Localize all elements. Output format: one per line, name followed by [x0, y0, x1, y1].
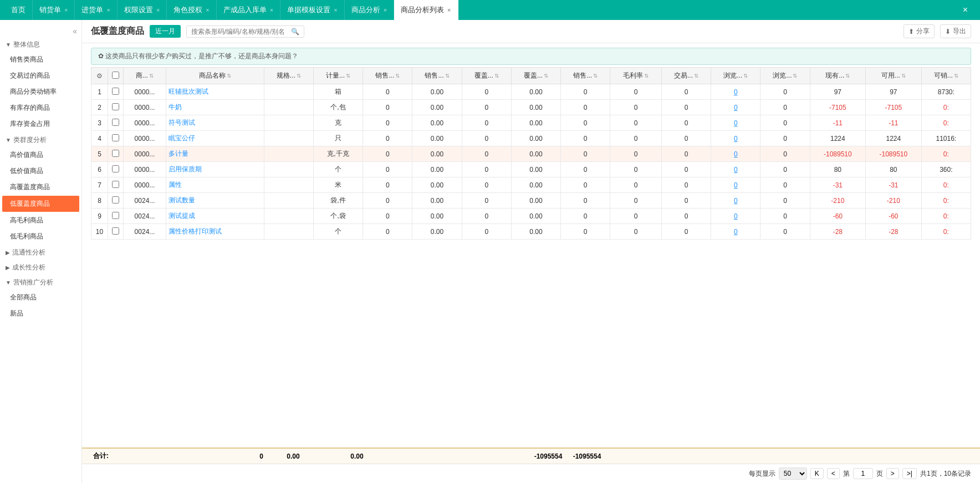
row-name[interactable]: 测试提成 [166, 209, 264, 224]
page-number-input[interactable] [853, 468, 873, 479]
nav-product-analysis[interactable]: 商品分析 × [345, 0, 394, 20]
sidebar-section-cluster[interactable]: ▼ 类群度分析 [0, 132, 81, 147]
row-name[interactable]: 牛奶 [166, 100, 264, 115]
nav-home[interactable]: 首页 [4, 0, 33, 20]
select-all-checkbox[interactable] [112, 72, 119, 79]
col-cover1-header[interactable]: 覆盖...⇅ [462, 68, 511, 84]
row-checkbox-cell[interactable] [108, 177, 124, 193]
row-browse1[interactable]: 0 [711, 100, 760, 115]
col-checkbox[interactable] [108, 68, 124, 84]
sidebar-item-high-coverage[interactable]: 高覆盖度商品 [0, 179, 81, 195]
nav-close-icon[interactable]: × [270, 7, 273, 13]
row-checkbox[interactable] [112, 119, 119, 126]
row-browse1[interactable]: 0 [711, 209, 760, 224]
row-browse1[interactable]: 0 [711, 177, 760, 193]
sidebar-item-high-margin[interactable]: 高毛利商品 [0, 212, 81, 228]
row-browse1[interactable]: 0 [711, 162, 760, 177]
last-page-button[interactable]: >| [902, 468, 917, 479]
sidebar-item-new-products[interactable]: 新品 [0, 306, 81, 322]
row-name[interactable]: 启用保质期 [166, 162, 264, 177]
col-sales-amt-header[interactable]: 销售...⇅ [412, 68, 462, 84]
col-name-header[interactable]: 商品名称⇅ [166, 68, 264, 84]
sidebar-collapse-button[interactable]: « [73, 27, 77, 35]
row-checkbox[interactable] [112, 103, 119, 110]
window-close-button[interactable]: × [955, 5, 976, 15]
row-browse1[interactable]: 0 [711, 115, 760, 131]
col-settings[interactable]: ⚙ [91, 68, 108, 84]
row-checkbox[interactable] [112, 165, 119, 172]
nav-close-icon[interactable]: × [334, 7, 337, 13]
sidebar-item-low-margin[interactable]: 低毛利商品 [0, 228, 81, 245]
col-sales-qty-header[interactable]: 销售...⇅ [363, 68, 412, 84]
col-cover2-header[interactable]: 覆盖...⇅ [511, 68, 560, 84]
row-checkbox[interactable] [112, 212, 119, 219]
nav-purchase-order[interactable]: 进货单 × [75, 0, 117, 20]
row-checkbox-cell[interactable] [108, 162, 124, 177]
col-browse2-header[interactable]: 浏览...⇅ [760, 68, 810, 84]
nav-product-analysis-list[interactable]: 商品分析列表 × [394, 0, 458, 20]
row-checkbox[interactable] [112, 88, 119, 95]
nav-template-setting[interactable]: 单据模板设置 × [280, 0, 344, 20]
row-checkbox[interactable] [112, 181, 119, 188]
sidebar-section-growth[interactable]: ▶ 成长性分析 [0, 260, 81, 274]
nav-close-icon[interactable]: × [206, 7, 209, 13]
nav-product-inbound[interactable]: 产成品入库单 × [217, 0, 280, 20]
nav-close-icon[interactable]: × [384, 7, 387, 13]
row-checkbox-cell[interactable] [108, 146, 124, 162]
sidebar-item-all-products[interactable]: 全部商品 [0, 289, 81, 306]
col-code-header[interactable]: 商...⇅ [124, 68, 166, 84]
row-checkbox-cell[interactable] [108, 131, 124, 146]
prev-page-button[interactable]: < [827, 468, 840, 479]
sidebar-item-traded-products[interactable]: 交易过的商品 [0, 68, 81, 84]
row-browse1[interactable]: 0 [711, 131, 760, 146]
sidebar-section-general[interactable]: ▼ 整体信息 [0, 37, 81, 52]
col-gross-margin-header[interactable]: 毛利率⇅ [610, 68, 662, 84]
row-checkbox-cell[interactable] [108, 193, 124, 209]
nav-permission-setting[interactable]: 权限设置 × [118, 0, 167, 20]
sidebar-item-stock-products[interactable]: 有库存的商品 [0, 100, 81, 116]
col-current-stock-header[interactable]: 现有...⇅ [810, 68, 866, 84]
row-checkbox[interactable] [112, 227, 119, 235]
row-name[interactable]: 符号测试 [166, 115, 264, 131]
row-checkbox-cell[interactable] [108, 209, 124, 224]
row-checkbox[interactable] [112, 150, 119, 157]
col-saleable-header[interactable]: 可销...⇅ [921, 68, 971, 84]
row-checkbox[interactable] [112, 134, 119, 141]
sidebar-item-sales-products[interactable]: 销售类商品 [0, 52, 81, 68]
row-name[interactable]: 属性 [166, 177, 264, 193]
row-name[interactable]: 旺辅批次测试 [166, 84, 264, 100]
col-spec-header[interactable]: 规格...⇅ [264, 68, 313, 84]
col-sales-count-header[interactable]: 销售...⇅ [561, 68, 610, 84]
date-filter-button[interactable]: 近一月 [150, 25, 181, 38]
row-browse1[interactable]: 0 [711, 146, 760, 162]
row-checkbox-cell[interactable] [108, 115, 124, 131]
search-input[interactable] [191, 28, 291, 35]
sidebar-item-stock-capital[interactable]: 库存资金占用 [0, 116, 81, 132]
row-browse1[interactable]: 0 [711, 84, 760, 100]
sidebar-item-low-coverage[interactable]: 低覆盖度商品 [2, 196, 79, 212]
sidebar-item-high-value[interactable]: 高价值商品 [0, 147, 81, 163]
row-checkbox-cell[interactable] [108, 100, 124, 115]
col-unit-header[interactable]: 计量...⇅ [313, 68, 363, 84]
nav-role-auth[interactable]: 角色授权 × [167, 0, 216, 20]
row-checkbox-cell[interactable] [108, 84, 124, 100]
first-page-button[interactable]: K [810, 468, 824, 479]
row-browse1[interactable]: 0 [711, 193, 760, 209]
row-name[interactable]: 属性价格打印测试 [166, 224, 264, 240]
sidebar-item-low-value[interactable]: 低价值商品 [0, 163, 81, 179]
sidebar-item-category-turnover[interactable]: 商品分类动销率 [0, 84, 81, 100]
nav-close-icon[interactable]: × [156, 7, 160, 13]
search-icon[interactable]: 🔍 [291, 28, 299, 35]
nav-close-icon[interactable]: × [64, 7, 68, 13]
share-button[interactable]: ⬆ 分享 [904, 24, 935, 38]
row-checkbox[interactable] [112, 196, 119, 204]
col-trade-header[interactable]: 交易...⇅ [661, 68, 711, 84]
row-name[interactable]: 测试数量 [166, 193, 264, 209]
nav-close-active-icon[interactable]: × [447, 7, 451, 13]
settings-icon[interactable]: ⚙ [96, 72, 103, 80]
next-page-button[interactable]: > [886, 468, 899, 479]
col-available-header[interactable]: 可用...⇅ [866, 68, 922, 84]
row-name[interactable]: 眠宝公仔 [166, 131, 264, 146]
export-button[interactable]: ⬇ 导出 [940, 24, 971, 38]
sidebar-section-marketing[interactable]: ▼ 营销推广分析 [0, 274, 81, 289]
